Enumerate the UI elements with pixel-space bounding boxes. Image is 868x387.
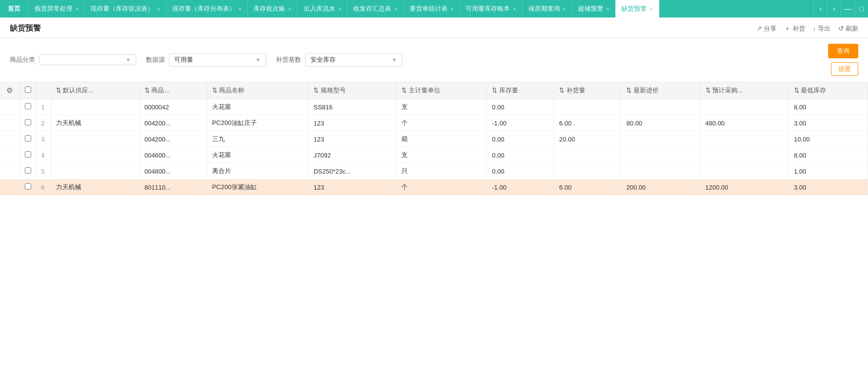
- tab-item-10[interactable]: 超储预警×: [572, 0, 615, 18]
- row-code-4: 004800...: [139, 163, 207, 179]
- column-stock[interactable]: ⇅ 库存量: [487, 82, 554, 99]
- datasource-select[interactable]: 可用量 ▼: [169, 53, 266, 67]
- row-stock-2: 0.00: [487, 131, 554, 147]
- sort-icon-8: ⇅: [626, 87, 632, 94]
- column-replenish-qty[interactable]: ⇅ 补货量: [554, 82, 621, 99]
- row-replenish-qty-2: 20.00: [554, 131, 621, 147]
- replenish-select[interactable]: 安全库存 ▼: [305, 53, 402, 67]
- row-unit-2: 箱: [397, 131, 487, 147]
- refresh-icon: ↺: [838, 25, 844, 32]
- row-code-0: 0000042: [139, 99, 207, 115]
- gear-icon[interactable]: ⚙: [6, 86, 13, 94]
- export-button[interactable]: ↓ 导出: [813, 24, 831, 33]
- tab-item-11[interactable]: 缺货预警×: [615, 0, 659, 18]
- category-filter-group: 商品分类 ▼: [10, 54, 136, 65]
- row-spec-1: 123: [308, 115, 397, 131]
- row-estimated-3: [700, 147, 789, 163]
- tab-item-7[interactable]: 要货单统计表×: [404, 0, 460, 18]
- row-estimated-1: 480.00: [700, 115, 789, 131]
- tab-close-8[interactable]: ×: [513, 6, 516, 12]
- row-checkbox-5[interactable]: [25, 183, 31, 190]
- category-select[interactable]: ▼: [39, 54, 136, 65]
- share-button[interactable]: ↗ 分享: [757, 24, 777, 33]
- row-supplier-4: [51, 163, 139, 179]
- datasource-dropdown-icon: ▼: [255, 57, 261, 63]
- row-replenish-qty-4: [554, 163, 621, 179]
- sort-icon-9: ⇅: [705, 87, 711, 94]
- row-unit-1: 个: [397, 115, 487, 131]
- row-min-stock-4: 1.00: [789, 163, 868, 179]
- row-checkbox-1[interactable]: [25, 119, 31, 125]
- row-latest-price-2: [621, 131, 700, 147]
- table-header: ⚙ ⇅ 默认供应... ⇅ 商品... ⇅ 商品名称: [0, 82, 868, 99]
- row-checkbox-2[interactable]: [25, 135, 31, 141]
- row-supplier-3: [51, 147, 139, 163]
- column-spec[interactable]: ⇅ 规格型号: [308, 82, 397, 99]
- tab-item-5[interactable]: 出入库流水×: [298, 0, 347, 18]
- row-code-2: 004200...: [139, 131, 207, 147]
- tab-item-9[interactable]: 保质期查询×: [523, 0, 572, 18]
- tab-close-2[interactable]: ×: [157, 6, 160, 12]
- tab-item-8[interactable]: 可用量库存账本×: [460, 0, 522, 18]
- column-default-supplier[interactable]: ⇅ 默认供应...: [51, 82, 139, 99]
- replenish-filter-group: 补货基数 安全库存 ▼: [276, 53, 402, 67]
- column-min-stock[interactable]: ⇅ 最低库存: [789, 82, 868, 99]
- replenish-button[interactable]: ＋ 补货: [784, 24, 805, 33]
- tab-prev-button[interactable]: ‹: [814, 0, 827, 18]
- row-stock-1: -1.00: [487, 115, 554, 131]
- query-button[interactable]: 查询: [828, 44, 858, 58]
- filter-area: 商品分类 ▼ 数据源 可用量 ▼ 补货基数 安全库存 ▼ 查询 设置: [0, 38, 868, 82]
- row-min-stock-1: 3.00: [789, 115, 868, 131]
- table-row: 6 力天机械 801110... PC200张紧油缸 123 个 -1.00 6…: [0, 179, 868, 195]
- row-checkbox-3[interactable]: [25, 151, 31, 158]
- settings-button[interactable]: 设置: [831, 62, 858, 76]
- row-spec-4: DS250*23c...: [308, 163, 397, 179]
- right-buttons: 查询 设置: [828, 44, 858, 76]
- select-all-checkbox[interactable]: [25, 87, 31, 93]
- tab-item-1[interactable]: 拣货异常处理×: [29, 0, 85, 18]
- tab-item-6[interactable]: 收发存汇总表×: [347, 0, 403, 18]
- replenish-icon: ＋: [784, 24, 791, 33]
- tab-close-10[interactable]: ×: [606, 6, 609, 12]
- category-label: 商品分类: [10, 55, 35, 64]
- tab-close-7[interactable]: ×: [451, 6, 453, 12]
- tab-close-1[interactable]: ×: [75, 6, 78, 12]
- row-stock-5: -1.00: [487, 179, 554, 195]
- row-checkbox-0[interactable]: [25, 103, 31, 109]
- tab-item-2[interactable]: 现存量（库存状况表）×: [85, 0, 166, 18]
- row-replenish-qty-1: 6.00: [554, 115, 621, 131]
- row-checkbox-4[interactable]: [25, 167, 31, 174]
- row-num-0: 1: [36, 99, 51, 115]
- datasource-label: 数据源: [146, 55, 165, 64]
- tab-close-11[interactable]: ×: [650, 6, 652, 12]
- tab-close-6[interactable]: ×: [394, 6, 397, 12]
- column-product-name[interactable]: ⇅ 商品名称: [207, 82, 308, 99]
- row-latest-price-3: [621, 147, 700, 163]
- window-minimize-button[interactable]: —: [841, 0, 854, 18]
- export-icon: ↓: [813, 25, 816, 32]
- tab-close-3[interactable]: ×: [238, 6, 241, 12]
- tab-item-0[interactable]: 首页: [0, 0, 29, 18]
- row-estimated-4: [700, 163, 789, 179]
- tab-item-3[interactable]: 现存量（库存分布表）×: [166, 0, 248, 18]
- row-gear-5: [0, 179, 19, 195]
- row-supplier-1: 力天机械: [51, 115, 139, 131]
- tab-item-4[interactable]: 库存批次账×: [248, 0, 297, 18]
- column-unit[interactable]: ⇅ 主计量单位: [397, 82, 487, 99]
- refresh-button[interactable]: ↺ 刷新: [838, 24, 858, 33]
- tab-next-button[interactable]: ›: [827, 0, 841, 18]
- column-checkbox: [19, 82, 36, 99]
- row-min-stock-2: 10.00: [789, 131, 868, 147]
- tab-close-4[interactable]: ×: [288, 6, 291, 12]
- column-product-code[interactable]: ⇅ 商品...: [139, 82, 207, 99]
- main-content: 缺货预警 ↗ 分享 ＋ 补货 ↓ 导出 ↺ 刷新 商品分类: [0, 18, 868, 387]
- row-unit-3: 支: [397, 147, 487, 163]
- row-spec-3: J7092: [308, 147, 397, 163]
- window-maximize-button[interactable]: □: [854, 0, 868, 18]
- column-latest-price[interactable]: ⇅ 最新进价: [621, 82, 700, 99]
- datasource-select-value: 可用量: [174, 55, 193, 64]
- tab-close-9[interactable]: ×: [563, 6, 566, 12]
- tab-close-5[interactable]: ×: [338, 6, 341, 12]
- column-estimated-purchase[interactable]: ⇅ 预计采购...: [700, 82, 789, 99]
- row-unit-5: 个: [397, 179, 487, 195]
